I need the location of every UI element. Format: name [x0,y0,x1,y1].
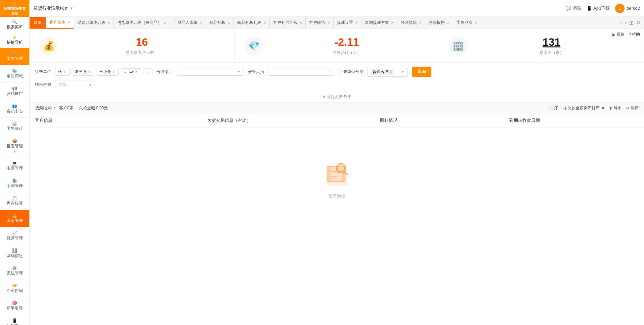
user-menu[interactable]: D demo2 [615,4,640,13]
sidebar-operations-label: 经营管理 [2,236,27,241]
avatar: D [615,4,625,13]
person-filter-label: 分管人员 [248,69,264,75]
appdownload-button[interactable]: 📱 App下载 [587,5,610,11]
message-button[interactable]: 💬 消息 [566,5,581,11]
dept-filter-select[interactable]: ▼ [177,68,244,76]
stat3-label: 总客户（家） [540,50,564,56]
unit-tag-chen-close[interactable]: ✕ [88,70,91,74]
tab-product-analysis[interactable]: 商品分析 ✕ [206,17,234,29]
tab-controls: ‹ › ⊞ ✕ [617,20,644,26]
svg-rect-2 [327,166,330,182]
sidebar-item-purchase[interactable]: 🛍️ 采购管理 [0,175,29,192]
tab-finished-goods-close[interactable]: ✕ [200,21,202,25]
sidebar-ecommerce-label: 电商管理 [2,166,27,171]
tab-product-analysis-close[interactable]: ✕ [227,21,230,25]
sidebar-item-appcenter[interactable]: 📱 应用中心 [0,315,29,325]
topbar-right: 💬 消息 📱 App下载 D demo2 [566,4,640,13]
tab-add-commission[interactable]: 新增提成方案 ✕ [361,17,397,29]
sidebar-item-quicknav[interactable]: ⚡ 快捷导航 [0,33,29,48]
tab-add-commission-close[interactable]: ✕ [391,21,394,25]
unit-class-tag-close[interactable]: ✕ [390,70,392,74]
tab-next-icon[interactable]: › [624,20,627,26]
sidebar-wholesale-label: 批发管理 [2,143,27,149]
sidebar-item-sysadmin[interactable]: ⚙️ 系统管理 [0,262,29,280]
sidebar-collab-label: 企业协同 [2,288,27,294]
tab-stockin-stats-close[interactable]: ✕ [164,21,166,25]
tab-retail-profit-close[interactable]: ✕ [475,21,477,25]
tab-expand-icon[interactable]: ⊞ [629,20,634,26]
chevron-up-icon: ∧ [323,94,326,100]
industry-selector[interactable]: 母婴行业演示帐套 ▼ [34,5,73,11]
tab-profit-report[interactable]: 利润报告 ✕ [425,17,453,29]
sidebar-item-ecommerce[interactable]: 💻 电商管理 [0,157,29,175]
query-button[interactable]: 查询 [412,67,431,77]
sidebar-item-search[interactable]: 🔍 搜索菜单 [0,17,29,33]
tab-purchase-order-close[interactable]: ✕ [108,21,110,25]
dept-filter-label: 分管部门 [157,69,173,75]
unit-class-filter-select[interactable]: 普通客户 ✕ ▼ [368,67,408,77]
collapse-label: 收起更多条件 [327,94,351,100]
tab-close-all-icon[interactable]: ✕ [636,20,641,26]
tab-operations[interactable]: 经营情况 ✕ [397,17,425,29]
person-input-dots[interactable]: ··· [329,69,332,74]
sidebar-item-operations[interactable]: 📈 经营管理 [0,227,29,245]
tab-customer-tier-close[interactable]: ✕ [299,21,302,25]
tab-profit-report-close[interactable]: ✕ [447,21,449,25]
tab-prev-icon[interactable]: ‹ [619,20,622,26]
refresh-label: 刷新 [631,105,639,111]
sort-button[interactable]: 排序： 按欠款金额倒序排序 ▼ [550,105,605,111]
tab-home[interactable]: 首页 [30,17,46,29]
unit-tag-cjttcw-close[interactable]: ✕ [135,70,138,74]
export-button[interactable]: ⬆ 导出 [609,105,622,111]
sidebar-item-wholesale[interactable]: 📦 批发管理 ▼ [0,135,29,157]
balance-filter-select[interactable]: 选择... ▼ [55,80,95,89]
page-content: 💰 16 总欠款客户（家） 💎 -2.11 欠款合计（万） 🏢 131 [30,29,644,325]
refresh-button[interactable]: ↻ 刷新 [626,105,639,111]
unit-tag-more[interactable]: ... [143,68,153,75]
unit-tag-wu-close[interactable]: ✕ [63,70,67,74]
sidebar-item-collab[interactable]: 🤝 企业协同 [0,280,29,297]
tab-retail-profit-label: 零售利润 [457,20,473,26]
logo-sub: 标版 [11,11,18,16]
person-filter-input[interactable]: ··· [268,68,335,76]
sidebar-item-guide[interactable]: 🎯 新手引导 [0,297,29,315]
help-btn[interactable]: ? 帮助 [629,32,640,37]
unit-tag-cjttcw-text: cjttcw [124,69,134,74]
tab-customer-ledger[interactable]: 客户账本 ✕ [46,17,74,29]
tab-customer-contact[interactable]: 客户联络 ✕ [306,17,334,29]
col-due-date: 到期未收款日期 [509,117,639,123]
retailstat-icon: 📊 [2,121,27,126]
tab-customer-ledger-close[interactable]: ✕ [68,21,70,24]
sidebar-retailmall-label: 零售商城 [2,73,27,79]
sidebar-item-marketing[interactable]: 📢 营销推广 [0,83,29,100]
collapse-bar[interactable]: ∧ 收起更多条件 [35,93,639,102]
tab-customer-tier[interactable]: 客户分层经营 ✕ [270,17,306,29]
tab-retail-profit[interactable]: 零售利润 ✕ [453,17,481,29]
sidebar-item-finance[interactable]: 💰 资金管理 [0,210,29,227]
sidebar-marketing-label: 营销推广 [2,91,27,97]
sidebar-item-member[interactable]: 👥 会员中心 [0,100,29,118]
sidebar-item-retail[interactable]: 🛒 零售管理 [0,48,29,65]
sidebar-item-inventory[interactable]: 📋 库存核算 [0,192,29,210]
unit-filter-label: 往来单位 [35,69,51,75]
collab-icon: 🤝 [2,283,27,288]
sidebar-basicinfo-label: 基础信息 [2,253,27,259]
tab-commission-settings[interactable]: 提成设置 ✕ [334,17,361,29]
tab-stockin-stats[interactable]: 进货单统计表（按商品） ✕ [114,17,170,29]
unit-tag-cjttcw: cjttcw ✕ [121,68,141,75]
help-label: 帮助 [632,32,640,37]
sidebar-member-label: 会员中心 [2,108,27,114]
sidebar-item-retailmall[interactable]: 🏪 零售商城 [0,65,29,83]
unit-tag-wang-close[interactable]: ✕ [113,70,116,74]
video-help-btn[interactable]: ▶ 视频 [612,32,625,37]
tab-product-list[interactable]: 商品分析列表 ✕ [234,17,270,29]
tab-purchase-order[interactable]: 采购订单统计表 ✕ [74,17,114,29]
sidebar-item-retailstat[interactable]: 📊 零售统计 [0,118,29,135]
sidebar-item-basicinfo[interactable]: ℹ️ 基础信息 [0,245,29,262]
stat1-values: 16 总欠款客户（家） [126,36,158,56]
tab-finished-goods[interactable]: 产成品入库单 ✕ [170,17,206,29]
tab-operations-close[interactable]: ✕ [419,21,422,25]
tab-customer-contact-close[interactable]: ✕ [327,21,330,25]
tab-product-list-close[interactable]: ✕ [263,21,266,25]
tab-commission-settings-close[interactable]: ✕ [355,21,358,25]
